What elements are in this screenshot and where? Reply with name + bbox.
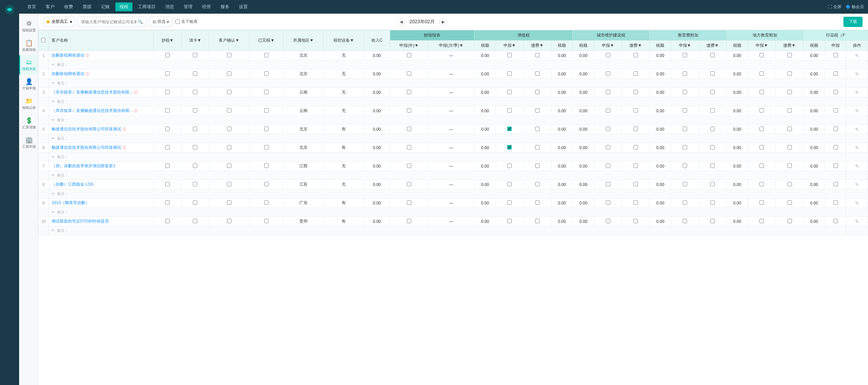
customer-name[interactable]: 畅捷通信息技术股份有限公司民珠测试 ⓘ <box>49 125 154 134</box>
df-sb-checkbox[interactable] <box>748 180 775 189</box>
caiwu-year-checkbox[interactable] <box>390 161 428 171</box>
yh-sb-checkbox[interactable] <box>825 106 846 116</box>
zz-jf-checkbox[interactable] <box>524 161 551 171</box>
nav-operation[interactable]: 经营 <box>198 2 215 11</box>
cs-jf-checkbox[interactable] <box>622 88 650 97</box>
edit-action[interactable]: ✎ <box>846 161 868 171</box>
cs-jf-checkbox[interactable] <box>622 125 650 134</box>
df-jf-checkbox[interactable] <box>775 180 803 189</box>
jy-jf-checkbox[interactable] <box>699 198 726 208</box>
cs-sb-checkbox[interactable] <box>594 198 622 208</box>
cs-jf-checkbox[interactable] <box>622 143 650 153</box>
cs-sb-checkbox[interactable] <box>594 180 622 189</box>
nav-bookkeeping[interactable]: 记账 <box>97 2 114 11</box>
prev-month-button[interactable]: ◀ <box>397 18 405 26</box>
jy-jf-checkbox[interactable] <box>699 125 726 134</box>
yh-sb-checkbox[interactable] <box>825 217 846 226</box>
jy-jf-checkbox[interactable] <box>699 143 726 153</box>
sidebar-item-personal-tax[interactable]: 👤 个税申报 <box>19 74 38 94</box>
jy-jf-checkbox[interactable] <box>699 106 726 116</box>
cs-jf-checkbox[interactable] <box>622 180 650 189</box>
df-sb-checkbox[interactable] <box>748 125 775 134</box>
done-checkbox[interactable] <box>249 198 283 208</box>
done-checkbox[interactable] <box>249 161 283 171</box>
nav-manage[interactable]: 管理 <box>180 2 197 11</box>
sidebar-item-settlement[interactable]: 💲 汇算清缴 <box>19 113 38 133</box>
done-checkbox[interactable] <box>249 69 283 79</box>
df-jf-checkbox[interactable] <box>775 88 803 97</box>
jy-jf-checkbox[interactable] <box>699 161 726 171</box>
yh-sb-checkbox[interactable] <box>825 143 846 153</box>
confirm-checkbox[interactable] <box>209 180 249 189</box>
done-checkbox[interactable] <box>249 217 283 226</box>
df-jf-checkbox[interactable] <box>775 69 803 79</box>
nav-customer[interactable]: 客户 <box>42 2 59 11</box>
chao-checkbox[interactable] <box>154 69 181 79</box>
customer-name[interactable]: （库存核算）直播畅捷通信息技术股份有限... ⓘ <box>49 106 154 116</box>
df-sb-checkbox[interactable] <box>748 217 775 226</box>
confirm-checkbox[interactable] <box>209 161 249 171</box>
customer-name[interactable]: 测试斯套的凭证打印的时候是否 <box>49 217 154 226</box>
sidebar-item-tax-record[interactable]: 📁 报税记录 <box>19 94 38 113</box>
jy-jf-checkbox[interactable] <box>699 69 726 79</box>
done-checkbox[interactable] <box>249 125 283 134</box>
cs-sb-checkbox[interactable] <box>594 51 622 60</box>
jy-sb-checkbox[interactable] <box>671 125 699 134</box>
edit-action[interactable]: ✎ <box>846 88 868 97</box>
customer-name[interactable]: （勿删）江西股金-LSS <box>49 180 154 189</box>
nav-home[interactable]: 首页 <box>23 2 40 11</box>
zz-jf-checkbox[interactable] <box>524 217 551 226</box>
edit-action[interactable]: ✎ <box>846 217 868 226</box>
customer-name[interactable]: （原）误删勿改李艳牙测试斯套新1 <box>49 161 154 171</box>
nav-message[interactable]: 消息 <box>161 2 178 11</box>
yh-sb-checkbox[interactable] <box>825 69 846 79</box>
customer-name[interactable]: 畅捷通信息技术股份有限公司民珠测试 ⓘ <box>49 143 154 153</box>
done-checkbox[interactable] <box>249 143 283 153</box>
caiwu-year-checkbox[interactable] <box>390 88 428 97</box>
chao-checkbox[interactable] <box>154 88 181 97</box>
edit-action[interactable]: ✎ <box>846 106 868 116</box>
jy-sb-checkbox[interactable] <box>671 69 699 79</box>
confirm-checkbox[interactable] <box>209 143 249 153</box>
remark-cell[interactable]: ✏ 备注： <box>49 189 846 198</box>
zz-sb-checkbox[interactable] <box>496 88 523 97</box>
download-button[interactable]: 下载 <box>843 17 863 27</box>
caiwu-year-checkbox[interactable] <box>390 180 428 189</box>
customer-name[interactable]: 勿删新锐网络通信 ⓘ <box>49 69 154 79</box>
remark-cell[interactable]: ✏ 备注： <box>49 60 846 69</box>
named-label-checkbox[interactable]: 名下账表 <box>175 19 198 25</box>
caiwu-year-checkbox[interactable] <box>390 106 428 116</box>
confirm-checkbox[interactable] <box>209 217 249 226</box>
df-sb-checkbox[interactable] <box>748 198 775 208</box>
df-jf-checkbox[interactable] <box>775 217 803 226</box>
cs-sb-checkbox[interactable] <box>594 217 622 226</box>
remark-cell[interactable]: ✏ 备注： <box>49 116 846 125</box>
customer-name[interactable]: （库存核算）直播畅捷通信息技术股份有限... ⓘ <box>49 88 154 97</box>
zz-jf-checkbox[interactable] <box>524 143 551 153</box>
tax-table-container[interactable]: 客户名称 抄税▼ 清卡▼ 客户确认▼ 已完税▼ 所属地区▼ 税控设备▼ 收入C … <box>38 30 868 385</box>
pencil-icon[interactable]: ✏ <box>52 99 55 103</box>
caiwu-year-checkbox[interactable] <box>390 125 428 134</box>
zz-jf-checkbox[interactable] <box>524 198 551 208</box>
cs-sb-checkbox[interactable] <box>594 88 622 97</box>
zz-sb-checkbox[interactable] <box>496 217 523 226</box>
select-all-checkbox[interactable] <box>41 38 46 42</box>
sidebar-item-tax-settings[interactable]: ⚙ 报税设置 <box>19 16 38 36</box>
done-checkbox[interactable] <box>249 106 283 116</box>
zz-sb-checkbox[interactable] <box>496 106 523 116</box>
cs-jf-checkbox[interactable] <box>622 161 650 171</box>
nav-charge[interactable]: 收费 <box>60 2 77 11</box>
chao-checkbox[interactable] <box>154 143 181 153</box>
chao-checkbox[interactable] <box>154 180 181 189</box>
sidebar-item-batch-tax[interactable]: 📋 批量报税 <box>19 36 38 55</box>
yh-sb-checkbox[interactable] <box>825 180 846 189</box>
df-jf-checkbox[interactable] <box>775 51 803 60</box>
confirm-checkbox[interactable] <box>209 125 249 134</box>
cs-jf-checkbox[interactable] <box>622 51 650 60</box>
df-sb-checkbox[interactable] <box>748 161 775 171</box>
sidebar-item-tax-browse[interactable]: 🗂 报税浏览 <box>19 55 38 74</box>
remark-cell[interactable]: ✏ 备注： <box>49 226 846 235</box>
chao-checkbox[interactable] <box>154 51 181 60</box>
search-input[interactable] <box>81 19 137 24</box>
jy-sb-checkbox[interactable] <box>671 143 699 153</box>
